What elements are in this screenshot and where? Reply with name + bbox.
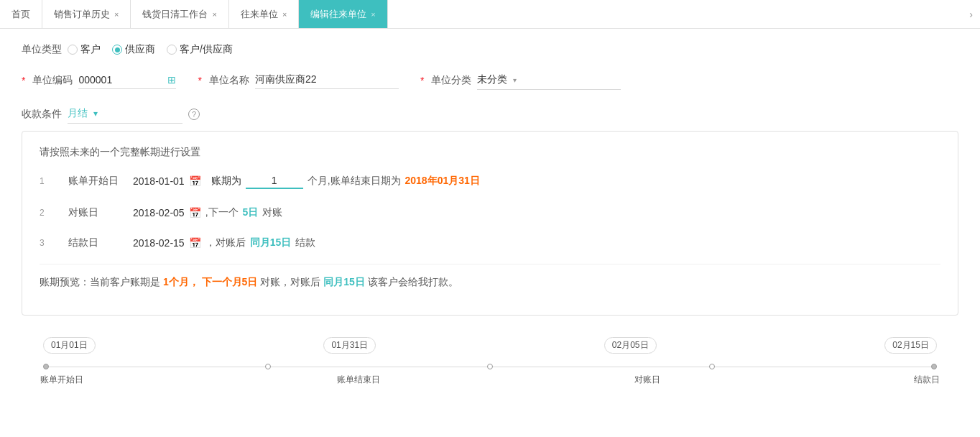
tl-dot-start <box>43 364 49 369</box>
unit-category-group: * 单位分类 未分类 ▾ <box>420 70 621 90</box>
timeline-bar: 01月01日 01月31日 02月05日 02月15日 <box>36 337 944 386</box>
panel-row-2-post: 对账 <box>262 206 282 219</box>
panel-row-3-calendar[interactable]: 📅 <box>189 237 201 249</box>
panel-row-1-num: 1 <box>40 176 54 186</box>
panel-row-1-suffix-post: 个月,账单结束日期为 <box>308 175 401 188</box>
tab-edit-partner[interactable]: 编辑往来单位 × <box>299 0 387 28</box>
unit-name-input[interactable] <box>255 71 399 89</box>
timeline-line <box>36 364 944 369</box>
tl-dot-2 <box>487 364 493 369</box>
panel-row-2-label: 对账日 <box>68 206 119 219</box>
panel-instruction: 请按照未来的一个完整帐期进行设置 <box>40 146 940 159</box>
panel-row-3: 3 结款日 2018-02-15 📅 ，对账后 同月15日 结款 <box>40 236 940 249</box>
payment-label: 收款条件 <box>22 108 62 121</box>
tab-cash-workbench-label: 钱货日清工作台 <box>142 8 208 21</box>
tl-label-4: 结款日 <box>914 374 940 386</box>
tab-cash-workbench[interactable]: 钱货日清工作台 × <box>131 0 228 28</box>
badge-4: 02月15日 <box>884 337 937 354</box>
tl-label-2: 账单结束日 <box>337 374 380 386</box>
preview-mid: 对账，对账后 <box>260 276 320 288</box>
radio-customer-circle <box>68 45 78 55</box>
tab-edit-partner-close[interactable]: × <box>371 10 375 19</box>
timeline-node-4: 02月15日 <box>884 337 937 358</box>
panel-row-3-post: 结款 <box>295 236 315 249</box>
unit-code-label: 单位编码 <box>32 74 73 87</box>
tl-line-3 <box>493 367 709 367</box>
panel-row-2-date: 2018-02-05 <box>133 207 185 218</box>
panel-row-1: 1 账单开始日 2018-01-01 📅 账期为 个月,账单结束日期为 2018… <box>40 173 940 189</box>
timeline-node-3: 02月05日 <box>604 337 657 358</box>
badge-2: 01月31日 <box>323 337 376 354</box>
tab-edit-partner-label: 编辑往来单位 <box>310 8 366 21</box>
timeline-node-2: 01月31日 <box>323 337 376 358</box>
radio-both-label: 客户/供应商 <box>180 43 233 56</box>
tl-line-2 <box>271 367 487 367</box>
tl-label-1: 账单开始日 <box>40 374 83 386</box>
help-icon[interactable]: ? <box>188 109 200 120</box>
tab-bar: 首页 销售订单历史 × 钱货日清工作台 × 往来单位 × 编辑往来单位 × › <box>0 0 980 29</box>
tl-line-1 <box>49 367 265 367</box>
unit-type-row: 单位类型 客户 供应商 客户/供应商 <box>22 43 958 56</box>
payment-arrow: ▾ <box>93 109 98 119</box>
panel-row-3-highlight: 同月15日 <box>250 236 292 249</box>
payment-group: 收款条件 月结 ▾ ? <box>22 104 200 124</box>
unit-type-label: 单位类型 <box>22 43 62 56</box>
tl-label-3: 对账日 <box>634 374 660 386</box>
panel-row-2-value: 2018-02-05 📅 ,下一个 5日 对账 <box>133 206 282 219</box>
unit-type-group: 单位类型 客户 供应商 客户/供应商 <box>22 43 233 56</box>
unit-category-dropdown[interactable]: 未分类 ▾ <box>477 70 621 90</box>
radio-customer-label: 客户 <box>80 43 101 56</box>
panel-row-1-date: 2018-01-01 <box>133 175 185 187</box>
unit-code-field: ⊞ <box>78 71 176 89</box>
unit-category-value: 未分类 <box>477 73 507 86</box>
radio-both-circle <box>167 45 177 55</box>
radio-supplier[interactable]: 供应商 <box>112 43 155 56</box>
badge-1: 01月01日 <box>43 337 96 354</box>
panel-row-1-label: 账单开始日 <box>68 175 119 188</box>
main-content: 单位类型 客户 供应商 客户/供应商 * 单位编码 <box>0 29 980 437</box>
payment-dropdown[interactable]: 月结 ▾ <box>68 104 182 124</box>
preview-p3: 同月15日 <box>323 276 365 288</box>
unit-code-icon[interactable]: ⊞ <box>167 74 176 86</box>
tab-more-btn[interactable]: › <box>962 9 980 20</box>
timeline-badges: 01月01日 01月31日 02月05日 02月15日 <box>36 337 944 358</box>
tab-partner-units-close[interactable]: × <box>282 10 287 19</box>
radio-both[interactable]: 客户/供应商 <box>167 43 233 56</box>
timeline-labels: 账单开始日 账单结束日 对账日 结款日 <box>36 374 944 386</box>
panel-row-3-pre: ，对账后 <box>205 236 246 249</box>
unit-code-star: * <box>22 75 25 86</box>
preview-label: 账期预览：当前客户账期是 <box>40 276 160 288</box>
tab-partner-units-label: 往来单位 <box>241 8 278 21</box>
preview-p1: 1个月， <box>163 276 199 288</box>
unit-code-input[interactable] <box>78 71 165 88</box>
tab-sales-history-label: 销售订单历史 <box>54 8 110 21</box>
panel-row-3-label: 结款日 <box>68 236 119 249</box>
tab-home-label: 首页 <box>11 8 30 21</box>
tab-cash-workbench-close[interactable]: × <box>212 10 216 19</box>
panel-row-3-num: 3 <box>40 238 54 248</box>
tl-dot-1 <box>265 364 271 369</box>
radio-supplier-label: 供应商 <box>125 43 155 56</box>
panel-row-2-pre: ,下一个 <box>205 206 239 219</box>
radio-customer[interactable]: 客户 <box>68 43 101 56</box>
unit-category-arrow: ▾ <box>513 76 517 84</box>
tl-dot-end <box>931 364 937 369</box>
payment-value: 月结 <box>68 107 88 120</box>
timeline-section: 01月01日 01月31日 02月05日 02月15日 <box>22 330 958 393</box>
radio-group: 客户 供应商 客户/供应商 <box>68 43 233 56</box>
unit-category-star: * <box>420 75 424 86</box>
period-months-input[interactable] <box>246 173 303 189</box>
tab-partner-units[interactable]: 往来单位 × <box>229 0 299 28</box>
tl-line-4 <box>715 367 931 367</box>
unit-name-star: * <box>198 75 201 86</box>
radio-supplier-circle <box>112 45 122 55</box>
panel-row-2-calendar[interactable]: 📅 <box>189 207 201 218</box>
tab-sales-history-close[interactable]: × <box>114 10 119 19</box>
unit-code-group: * 单位编码 ⊞ <box>22 71 176 89</box>
settings-panel: 请按照未来的一个完整帐期进行设置 1 账单开始日 2018-01-01 📅 账期… <box>22 131 958 316</box>
tab-home[interactable]: 首页 <box>0 0 42 28</box>
panel-row-2-num: 2 <box>40 208 54 218</box>
tab-sales-history[interactable]: 销售订单历史 × <box>42 0 131 28</box>
panel-row-1-calendar[interactable]: 📅 <box>189 175 201 187</box>
unit-name-label: 单位名称 <box>209 74 249 87</box>
